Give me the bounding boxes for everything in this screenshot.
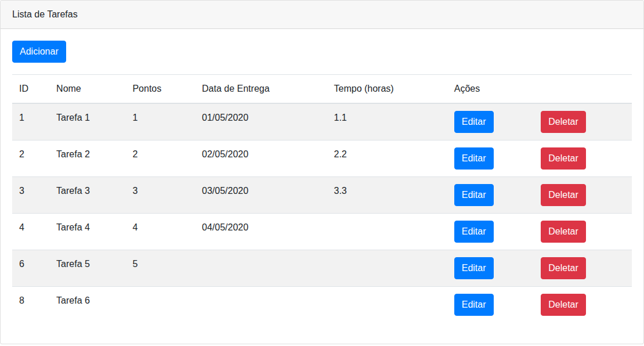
cell-tempo: 3.3 bbox=[327, 177, 447, 214]
cell-edit: Editar bbox=[447, 214, 534, 250]
table-row: 1 Tarefa 1 1 01/05/2020 1.1 Editar Delet… bbox=[12, 103, 632, 140]
cell-pontos: 4 bbox=[125, 214, 195, 250]
column-header bbox=[534, 75, 632, 104]
column-header: Tempo (horas) bbox=[327, 75, 447, 104]
cell-delete: Deletar bbox=[534, 103, 632, 140]
cell-id: 8 bbox=[12, 287, 49, 323]
table-row: 8 Tarefa 6 Editar Deletar bbox=[12, 287, 632, 323]
delete-button[interactable]: Deletar bbox=[541, 221, 586, 243]
cell-pontos: 3 bbox=[125, 177, 195, 214]
cell-edit: Editar bbox=[447, 250, 534, 287]
cell-nome: Tarefa 6 bbox=[49, 287, 125, 323]
cell-nome: Tarefa 1 bbox=[49, 103, 125, 140]
cell-delete: Deletar bbox=[534, 140, 632, 177]
cell-data-entrega: 03/05/2020 bbox=[195, 177, 327, 214]
cell-edit: Editar bbox=[447, 177, 534, 214]
cell-data-entrega bbox=[195, 250, 327, 287]
column-header: ID bbox=[12, 75, 49, 104]
cell-delete: Deletar bbox=[534, 177, 632, 214]
cell-id: 2 bbox=[12, 140, 49, 177]
cell-data-entrega: 04/05/2020 bbox=[195, 214, 327, 250]
task-table: IDNomePontosData de EntregaTempo (horas)… bbox=[12, 74, 632, 323]
cell-edit: Editar bbox=[447, 103, 534, 140]
delete-button[interactable]: Deletar bbox=[541, 147, 586, 170]
task-list-card: Lista de Tarefas Adicionar IDNomePontosD… bbox=[0, 0, 644, 344]
cell-tempo: 2.2 bbox=[327, 140, 447, 177]
table-body: 1 Tarefa 1 1 01/05/2020 1.1 Editar Delet… bbox=[12, 103, 632, 323]
cell-delete: Deletar bbox=[534, 250, 632, 287]
cell-pontos: 5 bbox=[125, 250, 195, 287]
cell-pontos: 2 bbox=[125, 140, 195, 177]
cell-nome: Tarefa 4 bbox=[49, 214, 125, 250]
column-header: Nome bbox=[49, 75, 125, 104]
cell-data-entrega: 02/05/2020 bbox=[195, 140, 327, 177]
edit-button[interactable]: Editar bbox=[454, 294, 494, 316]
cell-id: 6 bbox=[12, 250, 49, 287]
page-title: Lista de Tarefas bbox=[12, 9, 78, 19]
edit-button[interactable]: Editar bbox=[454, 184, 494, 206]
cell-id: 3 bbox=[12, 177, 49, 214]
cell-id: 4 bbox=[12, 214, 49, 250]
cell-tempo bbox=[327, 250, 447, 287]
column-header: Pontos bbox=[125, 75, 195, 104]
table-row: 6 Tarefa 5 5 Editar Deletar bbox=[12, 250, 632, 287]
cell-edit: Editar bbox=[447, 140, 534, 177]
delete-button[interactable]: Deletar bbox=[541, 257, 586, 279]
edit-button[interactable]: Editar bbox=[454, 221, 494, 243]
table-row: 3 Tarefa 3 3 03/05/2020 3.3 Editar Delet… bbox=[12, 177, 632, 214]
cell-delete: Deletar bbox=[534, 287, 632, 323]
cell-edit: Editar bbox=[447, 287, 534, 323]
cell-delete: Deletar bbox=[534, 214, 632, 250]
card-body: Adicionar IDNomePontosData de EntregaTem… bbox=[1, 29, 643, 344]
cell-tempo: 1.1 bbox=[327, 103, 447, 140]
delete-button[interactable]: Deletar bbox=[541, 184, 586, 206]
delete-button[interactable]: Deletar bbox=[541, 111, 586, 133]
edit-button[interactable]: Editar bbox=[454, 111, 494, 133]
table-row: 2 Tarefa 2 2 02/05/2020 2.2 Editar Delet… bbox=[12, 140, 632, 177]
cell-data-entrega bbox=[195, 287, 327, 323]
card-header: Lista de Tarefas bbox=[1, 1, 643, 29]
cell-data-entrega: 01/05/2020 bbox=[195, 103, 327, 140]
cell-id: 1 bbox=[12, 103, 49, 140]
cell-tempo bbox=[327, 214, 447, 250]
cell-nome: Tarefa 2 bbox=[49, 140, 125, 177]
edit-button[interactable]: Editar bbox=[454, 257, 494, 279]
column-header: Data de Entrega bbox=[195, 75, 327, 104]
table-head: IDNomePontosData de EntregaTempo (horas)… bbox=[12, 75, 632, 104]
table-header-row: IDNomePontosData de EntregaTempo (horas)… bbox=[12, 75, 632, 104]
cell-nome: Tarefa 3 bbox=[49, 177, 125, 214]
delete-button[interactable]: Deletar bbox=[541, 294, 586, 316]
cell-pontos bbox=[125, 287, 195, 323]
table-row: 4 Tarefa 4 4 04/05/2020 Editar Deletar bbox=[12, 214, 632, 250]
column-header: Ações bbox=[447, 75, 534, 104]
cell-nome: Tarefa 5 bbox=[49, 250, 125, 287]
cell-tempo bbox=[327, 287, 447, 323]
add-task-button[interactable]: Adicionar bbox=[12, 41, 66, 63]
edit-button[interactable]: Editar bbox=[454, 147, 494, 170]
cell-pontos: 1 bbox=[125, 103, 195, 140]
